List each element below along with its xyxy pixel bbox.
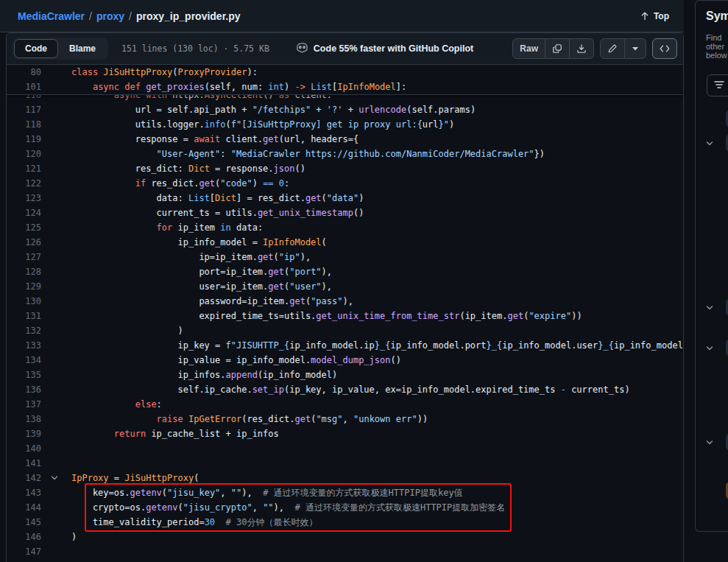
download-raw-button[interactable] <box>570 38 594 59</box>
symbols-panel-title: Sym <box>696 1 728 23</box>
line-number[interactable]: 132 <box>7 326 41 336</box>
file-toolbar: Code Blame 151 lines (130 loc) · 5.75 KB… <box>7 33 683 65</box>
line-number[interactable]: 133 <box>7 340 41 351</box>
code-line: 133 ip_key = f"JISUHTTP_{ip_info_model.i… <box>7 338 683 353</box>
line-number[interactable]: 101 <box>7 82 41 92</box>
code-line: 80class JiSuHttpProxy(ProxyProvider): <box>7 65 683 80</box>
tab-blame[interactable]: Blame <box>58 39 107 58</box>
line-number[interactable]: 121 <box>7 164 41 174</box>
code-line: 138 raise IpGetError(res_dict.get("msg",… <box>7 412 683 426</box>
line-number[interactable]: 137 <box>7 399 41 410</box>
code-line: 126 ip_info_model = IpInfoModel( <box>7 235 683 250</box>
breadcrumb-folder-link[interactable]: proxy <box>96 10 124 22</box>
code-line: 120 "User-Agent": "MediaCrawler https://… <box>7 147 683 161</box>
code-line: 119 response = await client.get(url, hea… <box>7 132 683 147</box>
edit-options-dropdown[interactable] <box>625 38 646 59</box>
breadcrumb-file-name: proxy_ip_provider.py <box>136 10 241 22</box>
code-text: ip_value = ip_info_model.model_dump_json… <box>71 355 683 365</box>
code-line: 134 ip_value = ip_info_model.model_dump_… <box>7 353 683 368</box>
line-number[interactable]: 117 <box>7 105 41 115</box>
line-number[interactable]: 122 <box>7 178 41 189</box>
code-text: IpProxy = JiSuHttpProxy( <box>71 473 683 483</box>
line-number[interactable]: 127 <box>7 252 41 262</box>
line-number[interactable]: 80 <box>7 67 41 77</box>
code-text: ip_key = f"JISUHTTP_{ip_info_model.ip}_{… <box>71 340 683 351</box>
symbols-group-chevron-down-icon[interactable] <box>705 302 715 312</box>
line-number[interactable]: 144 <box>7 502 41 513</box>
breadcrumb-separator: / <box>129 10 132 22</box>
code-text: url = self.api_path + "/fetchips" + '?' … <box>71 105 683 115</box>
code-editor-area: 116 async with httpx.AsyncClient() as cl… <box>7 65 683 562</box>
code-text: ip=ip_item.get("ip"), <box>71 252 683 262</box>
line-number[interactable]: 130 <box>7 296 41 306</box>
line-number[interactable]: 131 <box>7 311 41 321</box>
code-line: 137 else: <box>7 397 683 412</box>
sticky-scope-header: 80class JiSuHttpProxy(ProxyProvider):101… <box>7 65 683 95</box>
code-view-column: MediaCrawler / proxy / proxy_ip_provider… <box>0 0 684 562</box>
line-number[interactable]: 139 <box>7 429 41 439</box>
code-text: "User-Agent": "MediaCrawler https://gith… <box>71 149 683 159</box>
code-text: res_dict: Dict = response.json() <box>71 164 683 174</box>
line-number[interactable]: 135 <box>7 370 41 380</box>
code-text: ) <box>71 532 683 542</box>
line-number[interactable]: 141 <box>7 458 41 468</box>
line-number[interactable]: 134 <box>7 355 41 365</box>
tab-code[interactable]: Code <box>14 39 58 58</box>
code-brackets-icon <box>660 44 670 53</box>
fold-chevron-down-icon[interactable] <box>41 474 71 482</box>
line-number[interactable]: 140 <box>7 443 41 454</box>
line-number[interactable]: 129 <box>7 281 41 292</box>
code-text: password=ip_item.get("pass"), <box>71 296 683 306</box>
line-number[interactable]: 126 <box>7 237 41 247</box>
code-text: current_ts = utils.get_unix_timestamp() <box>71 208 683 218</box>
code-text: expired_time_ts=utils.get_unix_time_from… <box>71 311 683 321</box>
line-number[interactable]: 142 <box>7 473 41 483</box>
code-line: 131 expired_time_ts=utils.get_unix_time_… <box>7 309 683 323</box>
code-line: 118 utils.logger.info(f"[JiSuHttpProxy] … <box>7 117 683 132</box>
line-number[interactable]: 147 <box>7 547 41 557</box>
back-to-top-label: Top <box>654 11 669 21</box>
symbols-group-chevron-down-icon[interactable] <box>705 343 715 353</box>
caret-down-icon <box>632 46 639 52</box>
line-number[interactable]: 136 <box>7 384 41 395</box>
line-number[interactable]: 128 <box>7 267 41 277</box>
symbols-panel-description: Findotherbelow <box>696 23 728 60</box>
edit-file-button[interactable] <box>600 38 625 59</box>
code-text: time_validity_period=30 # 30分钟（最长时效） <box>71 516 683 529</box>
code-text: return ip_cache_list + ip_infos <box>71 429 683 439</box>
copy-raw-button[interactable] <box>545 38 570 59</box>
back-to-top-button[interactable]: Top <box>640 7 669 25</box>
code-text: self.ip_cache.set_ip(ip_key, ip_value, e… <box>71 384 683 395</box>
line-number[interactable]: 123 <box>7 193 41 203</box>
code-line: 101 async def get_proxies(self, num: int… <box>7 80 683 94</box>
code-line: 130 password=ip_item.get("pass"), <box>7 294 683 309</box>
symbols-panel-toggle-button[interactable] <box>652 38 677 59</box>
line-number[interactable]: 120 <box>7 149 41 159</box>
line-number[interactable]: 146 <box>7 532 41 542</box>
line-number[interactable]: 143 <box>7 488 41 498</box>
symbols-group-chevron-down-icon[interactable] <box>705 138 715 148</box>
line-number[interactable]: 138 <box>7 414 41 424</box>
symbols-description-line: below <box>706 51 728 60</box>
line-number[interactable]: 118 <box>7 119 41 130</box>
copilot-banner[interactable]: Code 55% faster with GitHub Copilot <box>296 42 473 55</box>
file-panel: Code Blame 151 lines (130 loc) · 5.75 KB… <box>6 32 684 562</box>
code-line: 144 crypto=os.getenv("jisu_crypto", ""),… <box>7 500 683 515</box>
line-number[interactable]: 124 <box>7 208 41 218</box>
download-icon <box>576 43 587 54</box>
line-number[interactable]: 119 <box>7 134 41 144</box>
code-line: 125 for ip_item in data: <box>7 220 683 235</box>
code-line: 122 if res_dict.get("code") == 0: <box>7 176 683 191</box>
raw-button[interactable]: Raw <box>512 38 545 59</box>
filter-symbols-button[interactable] <box>707 74 728 96</box>
code-line: 129 user=ip_item.get("user"), <box>7 279 683 294</box>
line-number[interactable]: 145 <box>7 517 41 527</box>
code-text: if res_dict.get("code") == 0: <box>71 178 683 189</box>
line-number[interactable]: 125 <box>7 222 41 233</box>
code-line: 123 data: List[Dict] = res_dict.get("dat… <box>7 191 683 206</box>
code-line: 146) <box>7 530 683 544</box>
symbols-group-chevron-down-icon[interactable] <box>705 437 715 447</box>
code-text: async def get_proxies(self, num: int) ->… <box>71 82 683 92</box>
breadcrumb-repo-link[interactable]: MediaCrawler <box>18 10 85 22</box>
code-text: ) <box>71 326 683 336</box>
